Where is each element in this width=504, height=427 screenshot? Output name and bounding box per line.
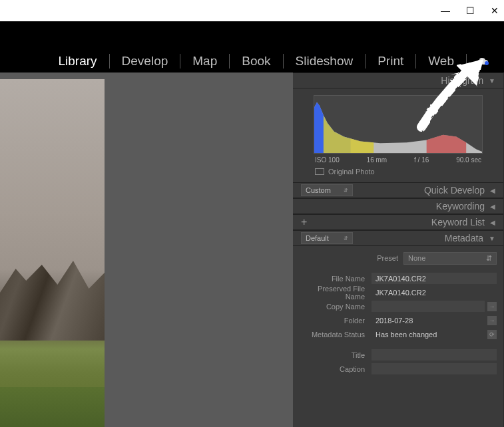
metadata-preset-row: Preset None ⇵ [300,250,497,266]
copyname-field[interactable] [372,301,485,312]
histogram-shutter: 90.0 sec [456,156,481,164]
quick-develop-title: Quick Develop [424,185,485,196]
maximize-button[interactable]: ☐ [466,5,475,16]
histogram-iso: ISO 100 [315,156,340,164]
histogram-chart[interactable] [314,95,483,154]
histogram-title: Histogram [441,75,483,86]
module-navbar: Library Develop Map Book Slideshow Print… [0,49,504,72]
collapse-icon: ◀ [490,219,495,226]
copyname-action-button[interactable]: → [487,302,497,311]
metadata-row-status: Metadata Status Has been changed ⟳ [300,327,497,341]
histogram-panel: ISO 100 16 mm f / 16 90.0 sec Original P… [293,88,503,182]
right-panel: Histogram ▼ ISO 100 16 mm f / 16 90.0 se… [293,72,503,427]
keywording-header[interactable]: Keywording ◀ [293,198,503,214]
keywording-title: Keywording [436,201,485,212]
chevron-icon: ⇵ [344,188,348,194]
quick-develop-header[interactable]: Custom ⇵ Quick Develop ◀ [293,182,503,198]
collapse-icon: ◀ [490,187,495,194]
metadata-row-folder: Folder 2018-07-28 → [300,313,497,327]
metadata-status-value: Has been changed [372,329,485,340]
filename-field[interactable]: JK7A0140.CR2 [372,273,497,284]
collapse-icon: ◀ [490,203,495,210]
metadata-row-filename: File Name JK7A0140.CR2 [300,271,497,285]
metadata-view-select[interactable]: Default ⇵ [301,232,353,244]
rectangle-icon [315,168,324,175]
caption-field[interactable] [372,363,497,374]
histogram-focal: 16 mm [367,156,387,164]
photo-preview[interactable] [0,79,105,425]
chevron-icon: ⇵ [344,235,348,241]
preview-area [0,72,293,427]
metadata-row-preserved-filename: Preserved File Name JK7A0140.CR2 [300,285,497,299]
tab-book[interactable]: Book [230,54,283,69]
keyword-list-title: Keyword List [431,217,485,227]
histogram-header[interactable]: Histogram ▼ [293,72,503,88]
tab-slideshow[interactable]: Slideshow [284,54,366,69]
add-keyword-button[interactable]: + [301,216,307,228]
metadata-row-caption: Caption [300,362,497,376]
app-header [0,21,504,49]
tab-print[interactable]: Print [366,54,416,69]
photo-preview-detail [0,387,105,427]
close-button[interactable]: ✕ [491,5,499,16]
folder-value: 2018-07-28 [372,315,485,326]
status-action-button[interactable]: ⟳ [487,330,497,339]
histogram-info: ISO 100 16 mm f / 16 90.0 sec [314,154,483,164]
tab-web[interactable]: Web [416,54,467,69]
metadata-row-title: Title [300,348,497,362]
metadata-panel: Preset None ⇵ File Name JK7A0140.CR2 Pre… [293,246,503,380]
chevron-icon: ⇵ [486,254,492,263]
tab-library[interactable]: Library [47,54,110,69]
folder-action-button[interactable]: → [487,316,497,325]
minimize-button[interactable]: — [441,5,450,16]
preserved-filename-value: JK7A0140.CR2 [372,287,497,298]
tab-map[interactable]: Map [180,54,230,69]
metadata-title: Metadata [445,233,483,243]
title-field[interactable] [372,349,497,360]
tab-develop[interactable]: Develop [110,54,181,69]
preset-label: Preset [377,254,398,262]
metadata-header[interactable]: Default ⇵ Metadata ▼ [293,230,503,246]
quick-develop-select[interactable]: Custom ⇵ [301,184,353,196]
window-titlebar: — ☐ ✕ [0,0,504,21]
cloud-sync-icon[interactable] [476,57,491,66]
histogram-aperture: f / 16 [414,156,429,164]
keyword-list-header[interactable]: + Keyword List ◀ [293,214,503,230]
original-photo-label: Original Photo [328,168,375,176]
original-photo-toggle[interactable]: Original Photo [314,164,483,176]
collapse-icon: ▼ [489,235,495,242]
collapse-icon: ▼ [489,77,495,84]
svg-point-0 [485,61,489,65]
metadata-row-copyname: Copy Name → [300,299,497,313]
preset-select[interactable]: None ⇵ [403,252,497,265]
